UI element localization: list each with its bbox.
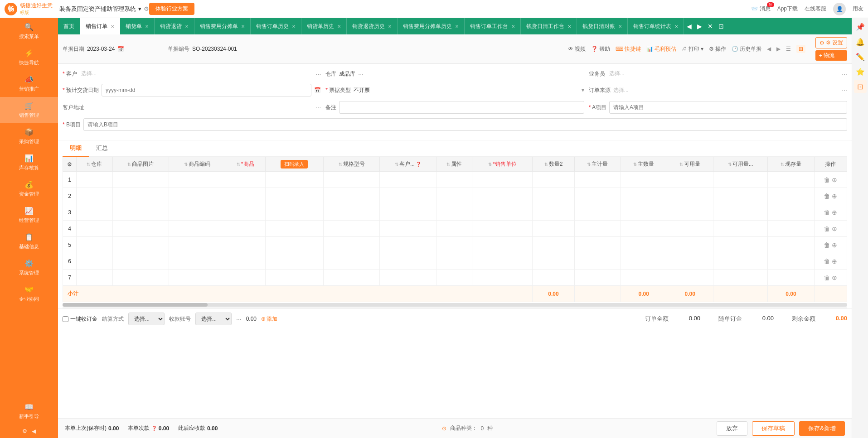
save-draft-button[interactable]: 保存草稿 [752, 421, 795, 436]
tab-close-all-button[interactable]: ✕ [705, 23, 716, 30]
one-click-checkbox-label[interactable]: 一键收订金 [63, 315, 97, 323]
staff-more-btn[interactable]: ··· [842, 70, 847, 77]
tab-sales-invoice-close[interactable]: ✕ [145, 24, 149, 29]
sidebar-item-finance[interactable]: 💰 资金管理 [0, 176, 58, 202]
delivery-date-input[interactable] [102, 84, 311, 96]
sort-code-icon[interactable]: ⇅ [184, 162, 188, 167]
sidebar-item-system[interactable]: ⚙️ 系统管理 [0, 255, 58, 281]
delivery-calendar-icon[interactable]: 📅 [314, 87, 321, 93]
calendar-icon[interactable]: 📅 [117, 46, 124, 52]
side-tool-star[interactable]: ⭐ [854, 65, 867, 78]
side-tool-bell[interactable]: 🔔 [854, 35, 867, 48]
profit-btn[interactable]: 📊 毛利预估 [646, 45, 676, 53]
sort-current-icon[interactable]: ⇅ [781, 162, 784, 167]
one-click-checkbox[interactable] [63, 316, 68, 322]
note-input[interactable] [339, 101, 584, 114]
tab-prev-button[interactable]: ◀ [684, 23, 694, 30]
side-tool-scan[interactable]: ⊡ [854, 80, 867, 93]
settings-button[interactable]: ⚙ ⚙ 设置 [815, 37, 847, 48]
tab-sales-order-history-close[interactable]: ✕ [292, 24, 296, 29]
sort-image-icon[interactable]: ⇅ [127, 162, 131, 167]
add-goods-button[interactable]: + 物流 [815, 50, 847, 61]
goods-type-icon[interactable]: ⊙ [442, 425, 446, 432]
industry-plan-button[interactable]: 体验行业方案 [149, 3, 194, 15]
help-customer-code-icon[interactable]: ❓ [416, 162, 421, 167]
tab-cash-workbench[interactable]: 钱货日清工作台 ✕ [521, 18, 577, 34]
history-btn[interactable]: 🕐 历史单据 [732, 45, 761, 53]
tab-order-workbench-close[interactable]: ✕ [511, 24, 515, 29]
tab-order-workbench[interactable]: 销售订单工作台 ✕ [465, 18, 521, 34]
row-5-delete-icon[interactable]: 🗑 [824, 241, 830, 249]
row-2-copy-icon[interactable]: ⊕ [832, 193, 837, 200]
row-4-delete-icon[interactable]: 🗑 [824, 225, 830, 232]
tab-sales-invoice[interactable]: 销货单 ✕ [120, 18, 155, 34]
tab-invoice-history-close[interactable]: ✕ [337, 24, 341, 29]
print-btn[interactable]: 🖨 打印 ▾ [682, 45, 703, 53]
sort-main-unit-icon[interactable]: ⇅ [587, 162, 591, 167]
sidebar-collapse-icon[interactable]: ◀ [32, 428, 36, 434]
sort-unit-icon[interactable]: ⇅ [488, 162, 492, 167]
sort-main-qty-icon[interactable]: ⇅ [633, 162, 637, 167]
gear-icon[interactable]: ⚙ [144, 5, 149, 12]
tab-home[interactable]: 首页 [58, 18, 80, 34]
row-3-delete-icon[interactable]: 🗑 [824, 209, 830, 216]
help-this-time-icon[interactable]: ❓ [151, 426, 157, 431]
shortcut-btn[interactable]: ⌨ 快捷键 [616, 45, 641, 53]
help-btn[interactable]: ❓ 帮助 [591, 45, 610, 53]
tab-sales-expense[interactable]: 销售费用分摊单 ✕ [194, 18, 251, 34]
sidebar-item-inventory[interactable]: 📊 库存核算 [0, 149, 58, 176]
scroll-thumb[interactable] [63, 303, 208, 307]
sort-available-icon[interactable]: ⇅ [679, 162, 683, 167]
discard-button[interactable]: 放弃 [717, 421, 747, 436]
row-1-copy-icon[interactable]: ⊕ [832, 176, 837, 183]
sort-qty2-icon[interactable]: ⇅ [544, 162, 548, 167]
scan-input-button[interactable]: 扫码录入 [281, 160, 308, 168]
customer-input[interactable]: 选择... [80, 68, 313, 79]
sidebar-item-guide[interactable]: 📖 新手引导 [0, 398, 58, 424]
operation-btn[interactable]: ⚙ 操作 [709, 45, 726, 53]
tab-sales-expense-close[interactable]: ✕ [241, 24, 245, 29]
a-project-input[interactable] [609, 101, 847, 114]
row-7-copy-icon[interactable]: ⊕ [832, 274, 837, 281]
sidebar-item-search[interactable]: 🔍 搜索菜单 [0, 18, 58, 44]
sidebar-item-sales[interactable]: 🛒 销售管理 [0, 97, 58, 123]
tab-cash-reconcile[interactable]: 钱货日清对账 ✕ [577, 18, 628, 34]
customer-more-btn[interactable]: ··· [316, 70, 321, 77]
tab-sales-stats[interactable]: 销售订单统计表 ✕ [628, 18, 684, 34]
chevron-down-icon[interactable]: ▾ [138, 5, 141, 12]
tab-invoice-history[interactable]: 销货单历史 ✕ [301, 18, 347, 34]
add-deposit-button[interactable]: ⊕ 添加 [261, 315, 277, 323]
row-6-delete-icon[interactable]: 🗑 [824, 258, 830, 265]
tab-next-button[interactable]: ▶ [694, 23, 705, 30]
sidebar-item-purchase[interactable]: 📦 采购管理 [0, 123, 58, 149]
tab-sales-stats-close[interactable]: ✕ [674, 24, 678, 29]
tab-sales-return[interactable]: 销货退货 ✕ [155, 18, 194, 34]
sidebar-item-marketing[interactable]: 📣 营销推广 [0, 71, 58, 97]
sidebar-item-enterprise[interactable]: 🤝 企业协同 [0, 281, 58, 307]
tab-detail[interactable]: 明细 [63, 140, 89, 157]
tab-sales-order[interactable]: 销售订单 ✕ [80, 18, 120, 34]
view-mode-list-icon[interactable]: ☰ [786, 46, 791, 52]
sort-customer-code-icon[interactable]: ⇅ [395, 162, 398, 167]
tab-return-history[interactable]: 销货退货历史 ✕ [347, 18, 398, 34]
side-tool-edit[interactable]: ✏️ [854, 50, 867, 63]
tab-sales-order-history[interactable]: 销售订单历史 ✕ [251, 18, 301, 34]
side-tool-pin[interactable]: 📌 [854, 20, 867, 33]
system-selector[interactable]: 装备及固定资产辅助管理系统 ▾ ⚙ [59, 5, 149, 13]
sidebar-item-quicknav[interactable]: ⚡ 快捷导航 [0, 44, 58, 71]
tab-sales-order-close[interactable]: ✕ [111, 24, 114, 29]
payment-method-select[interactable]: 选择... [128, 313, 165, 325]
tab-return-history-close[interactable]: ✕ [388, 24, 392, 29]
account-select[interactable]: 选择... [195, 313, 232, 325]
tab-sales-return-close[interactable]: ✕ [185, 24, 189, 29]
view-btn[interactable]: 👁 视频 [568, 45, 586, 53]
order-source-input[interactable]: 选择... [613, 87, 839, 94]
tab-summary[interactable]: 汇总 [89, 140, 115, 156]
row-5-copy-icon[interactable]: ⊕ [832, 241, 837, 249]
tab-expand-button[interactable]: ⊡ [716, 23, 727, 30]
sort-attr-icon[interactable]: ⇅ [446, 162, 450, 167]
b-project-input[interactable] [83, 118, 847, 131]
nav-next-icon[interactable]: ▶ [776, 46, 781, 52]
table-scrollbar[interactable] [63, 303, 847, 308]
sort-goods-icon[interactable]: ⇅ [237, 162, 240, 167]
